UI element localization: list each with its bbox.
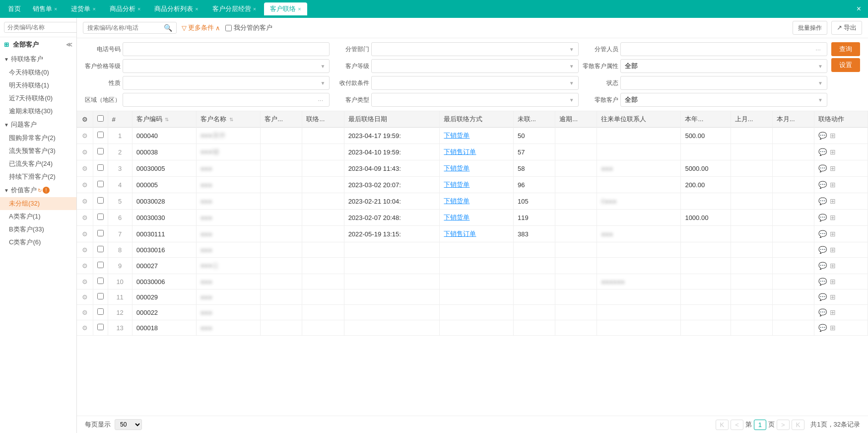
cell-settings[interactable]: ⚙ <box>77 177 93 193</box>
row-checkbox[interactable] <box>97 262 104 268</box>
grid-action-icon[interactable]: ⊞ <box>830 164 836 172</box>
grid-action-icon[interactable]: ⊞ <box>830 308 836 316</box>
chat-icon[interactable]: 💬 <box>818 214 827 221</box>
filter-select-payment[interactable]: ▼ <box>371 76 578 90</box>
close-icon[interactable]: × <box>92 6 95 12</box>
filter-select-scatter[interactable]: 全部 ▼ <box>620 93 827 107</box>
row-checkbox[interactable] <box>97 132 104 138</box>
dots-icon[interactable]: ··· <box>813 46 823 53</box>
cell-last-contact-type[interactable]: 下销售订单 <box>440 144 514 160</box>
filter-select-person[interactable]: ··· <box>620 42 827 56</box>
filter-select-scatter-attr[interactable]: 全部 ▼ <box>620 59 827 73</box>
tab-purchase[interactable]: 进货单 × <box>65 2 101 15</box>
filter-select-nature[interactable]: ▼ <box>123 76 330 90</box>
sidebar-item-ungrouped[interactable]: 未分组(32) <box>0 197 76 210</box>
chat-icon[interactable]: 💬 <box>818 148 827 156</box>
nav-home[interactable]: 首页 <box>4 2 25 15</box>
sidebar-item-overdue-pending[interactable]: 逾期未联络(30) <box>0 105 76 118</box>
row-checkbox[interactable] <box>97 164 104 171</box>
cell-settings[interactable]: ⚙ <box>77 193 93 210</box>
sidebar-item-type-a[interactable]: A类客户(1) <box>0 210 76 223</box>
row-checkbox[interactable] <box>97 246 104 252</box>
select-all-checkbox[interactable] <box>97 115 104 122</box>
export-btn[interactable]: ↗ 导出 <box>831 21 862 35</box>
tab-sales[interactable]: 销售单 × <box>27 2 63 15</box>
row-checkbox[interactable] <box>97 308 104 315</box>
cell-settings[interactable]: ⚙ <box>77 274 93 289</box>
close-icon[interactable]: × <box>195 6 198 12</box>
cell-settings[interactable]: ⚙ <box>77 160 93 177</box>
grid-action-icon[interactable]: ⊞ <box>830 293 836 301</box>
grid-action-icon[interactable]: ⊞ <box>830 278 836 286</box>
cell-settings[interactable]: ⚙ <box>77 144 93 160</box>
filter-input-phone[interactable] <box>123 42 330 56</box>
row-checkbox[interactable] <box>97 181 104 187</box>
close-icon[interactable]: × <box>253 6 256 12</box>
filter-search-input[interactable] <box>87 24 162 31</box>
cell-check[interactable] <box>93 128 108 144</box>
row-checkbox[interactable] <box>97 230 104 236</box>
tab-product-analysis[interactable]: 商品分析 × <box>104 2 146 15</box>
pending-contact-group[interactable]: ▼ 待联络客户 <box>0 52 76 66</box>
per-page-select[interactable]: 50 100 200 <box>115 419 142 430</box>
last-page-btn[interactable]: K <box>792 420 805 430</box>
chat-icon[interactable]: 💬 <box>818 324 827 332</box>
row-checkbox[interactable] <box>97 293 104 299</box>
refresh-icon[interactable]: ↻ <box>38 188 42 193</box>
sidebar-item-abnormal[interactable]: 囤购异常客户(2) <box>0 132 76 144</box>
col-settings[interactable]: ⚙ <box>77 111 93 128</box>
dots-icon[interactable]: ··· <box>316 96 325 104</box>
cell-check[interactable] <box>93 210 108 226</box>
cell-last-contact-type[interactable]: 下销货单 <box>440 160 514 177</box>
row-checkbox[interactable] <box>97 214 104 220</box>
cell-last-contact-type[interactable]: 下销货单 <box>440 193 514 210</box>
cell-last-contact-type[interactable]: 下销货单 <box>440 177 514 193</box>
chat-icon[interactable]: 💬 <box>818 230 827 238</box>
cell-check[interactable] <box>93 193 108 210</box>
filter-select-level[interactable]: ▼ <box>371 59 578 73</box>
value-customer-group[interactable]: ▼ 价值客户 ↻ ! <box>0 183 76 197</box>
filter-search-box[interactable]: 🔍 <box>83 22 177 34</box>
cell-check[interactable] <box>93 305 108 320</box>
first-page-btn[interactable]: K <box>716 420 729 430</box>
filter-select-region[interactable]: ··· <box>123 93 330 107</box>
cell-check[interactable] <box>93 177 108 193</box>
grid-action-icon[interactable]: ⊞ <box>830 132 836 140</box>
search-icon[interactable]: 🔍 <box>164 24 172 32</box>
cell-settings[interactable]: ⚙ <box>77 242 93 258</box>
row-checkbox[interactable] <box>97 278 104 284</box>
sidebar-search-input[interactable] <box>4 22 77 33</box>
cell-settings[interactable]: ⚙ <box>77 320 93 336</box>
cell-settings[interactable]: ⚙ <box>77 226 93 242</box>
more-conditions-btn[interactable]: ▽ 更多条件 ∧ <box>182 23 220 32</box>
filter-select-price-level[interactable]: ▼ <box>123 59 330 73</box>
grid-action-icon[interactable]: ⊞ <box>830 230 836 238</box>
tab-customer-layer[interactable]: 客户分层经营 × <box>206 2 262 15</box>
chat-icon[interactable]: 💬 <box>818 262 827 270</box>
chat-icon[interactable]: 💬 <box>818 308 827 316</box>
cell-check[interactable] <box>93 289 108 305</box>
chat-icon[interactable]: 💬 <box>818 246 827 254</box>
grid-action-icon[interactable]: ⊞ <box>830 197 836 205</box>
close-icon[interactable]: × <box>54 6 57 12</box>
chat-icon[interactable]: 💬 <box>818 293 827 301</box>
sidebar-item-type-b[interactable]: B类客户(33) <box>0 223 76 236</box>
cell-check[interactable] <box>93 320 108 336</box>
row-checkbox[interactable] <box>97 148 104 154</box>
sidebar-item-declining[interactable]: 持续下滑客户(2) <box>0 170 76 183</box>
cell-last-contact-type[interactable]: 下销售订单 <box>440 226 514 242</box>
grid-action-icon[interactable]: ⊞ <box>830 148 836 156</box>
cell-settings[interactable]: ⚙ <box>77 258 93 274</box>
cell-check[interactable] <box>93 226 108 242</box>
grid-action-icon[interactable]: ⊞ <box>830 324 836 332</box>
grid-action-icon[interactable]: ⊞ <box>830 181 836 189</box>
chat-icon[interactable]: 💬 <box>818 164 827 172</box>
filter-select-dept[interactable]: ▼ <box>371 42 578 56</box>
cell-check[interactable] <box>93 160 108 177</box>
cell-settings[interactable]: ⚙ <box>77 128 93 144</box>
tab-customer-contact[interactable]: 客户联络 × <box>264 2 307 15</box>
grid-action-icon[interactable]: ⊞ <box>830 262 836 270</box>
collapse-icon[interactable]: ≪ <box>66 41 72 48</box>
batch-op-btn[interactable]: 批量操作 <box>793 21 827 35</box>
row-checkbox[interactable] <box>97 324 104 330</box>
